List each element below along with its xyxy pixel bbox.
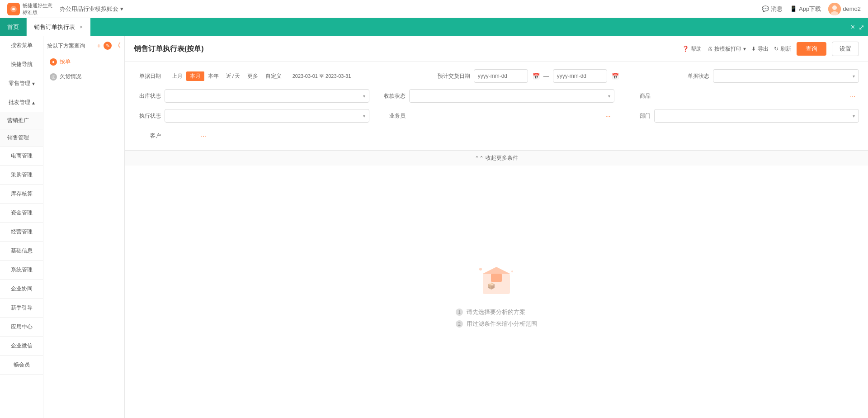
recent7-btn[interactable]: 近7天	[222, 71, 244, 81]
salesperson-dots[interactable]: ···	[605, 112, 611, 119]
sidebar-item-apps[interactable]: 应用中心	[0, 318, 43, 337]
refresh-button[interactable]: ↻ 刷新	[774, 45, 791, 53]
filter-panel: 按以下方案查询 + ✎ 《 ● 按单 ◎ 欠货情况	[43, 36, 125, 418]
more-btn[interactable]: 更多	[244, 71, 262, 81]
window-close-icon[interactable]: ×	[851, 23, 855, 31]
user-menu[interactable]: demo2	[828, 3, 861, 15]
app-download-button[interactable]: 📱 App下载	[790, 5, 821, 13]
expected-date-label: 预计交货日期	[438, 72, 470, 80]
export-icon: ⬇	[751, 46, 756, 52]
date-label: 单据日期	[134, 72, 161, 80]
department-arrow: ▾	[853, 114, 855, 119]
filter-edit-icon[interactable]: ✎	[104, 42, 112, 50]
sidebar-item-wechat[interactable]: 企业微信	[0, 337, 43, 356]
receipt-status-select[interactable]: ▾	[409, 89, 614, 103]
customer-select[interactable]: ···	[165, 129, 210, 142]
svg-rect-6	[491, 274, 502, 282]
customer-dots[interactable]: ···	[201, 132, 206, 139]
settings-button[interactable]: 设置	[832, 42, 859, 56]
logo-text: 畅捷通好生意 标准版	[23, 2, 52, 15]
sidebar-item-quick-nav[interactable]: 快捷导航	[0, 55, 43, 74]
sidebar-item-system[interactable]: 系统管理	[0, 261, 43, 280]
expected-date-end-input[interactable]	[553, 69, 607, 83]
query-button[interactable]: 查询	[797, 42, 826, 56]
this-year-btn[interactable]: 本年	[204, 71, 222, 81]
page-header: 销售订单执行表(按单) ❓ 帮助 🖨 按模板打印 ▾ ⬇ 导出	[125, 36, 868, 62]
goods-label: 商品	[623, 92, 651, 100]
svg-marker-5	[483, 267, 510, 274]
refresh-icon: ↻	[774, 46, 778, 52]
filter-collapse-icon[interactable]: 《	[114, 42, 121, 50]
sidebar-sub-sales[interactable]: 销售管理	[0, 129, 43, 147]
filter-group-goods: 商品 ···	[623, 89, 859, 103]
filter-add-icon[interactable]: +	[97, 42, 101, 49]
out-status-arrow: ▾	[363, 94, 365, 99]
sidebar-item-member[interactable]: 畅会员	[0, 356, 43, 375]
svg-point-7	[479, 268, 482, 271]
exec-status-select[interactable]: ▾	[165, 109, 369, 123]
help-button[interactable]: ❓ 帮助	[682, 45, 702, 53]
messages-button[interactable]: 💬 消息	[762, 5, 783, 13]
sidebar-item-ecommerce[interactable]: 电商管理	[0, 147, 43, 166]
date-separator: —	[543, 73, 549, 80]
logo-area[interactable]: 畅捷通好生意 标准版	[7, 2, 52, 15]
download-icon: 📱	[790, 5, 797, 12]
filter-option-shortage[interactable]: ◎ 欠货情况	[47, 69, 121, 84]
filter-group-customer: 客户 ···	[134, 129, 369, 142]
avatar	[828, 3, 841, 15]
goods-dots[interactable]: ···	[850, 92, 855, 100]
status-label: 单据状态	[682, 72, 709, 80]
sidebar-item-operations[interactable]: 经营管理	[0, 223, 43, 242]
calendar-end-icon[interactable]: 📅	[612, 73, 619, 80]
custom-btn[interactable]: 自定义	[262, 71, 285, 81]
this-month-btn[interactable]: 本月	[186, 71, 204, 81]
sidebar-item-wholesale[interactable]: 批发管理 ▴	[0, 93, 43, 112]
empty-illustration: 📦	[474, 256, 519, 301]
chevron-icon: ▾	[32, 81, 35, 87]
salesperson-select[interactable]: ···	[409, 109, 614, 123]
sidebar-item-guide[interactable]: 新手引导	[0, 299, 43, 318]
filter-group-receipt-status: 收款状态 ▾	[378, 89, 614, 103]
window-maximize-icon[interactable]: ⤢	[859, 23, 864, 32]
sidebar-item-purchase[interactable]: 采购管理	[0, 166, 43, 185]
expected-date-start-input[interactable]	[474, 69, 528, 83]
sidebar-group-wholesale: 批发管理 ▴ 营销推广 销售管理	[0, 93, 43, 147]
main-layout: 搜索菜单 快捷导航 零售管理 ▾ 批发管理 ▴ 营销推广 销售管理 电商管理	[0, 36, 868, 418]
logo-icon	[7, 3, 20, 15]
sidebar-sub-marketing[interactable]: 营销推广	[0, 112, 43, 129]
sidebar-item-finance[interactable]: 资金管理	[0, 204, 43, 223]
tab-close-icon[interactable]: ×	[80, 24, 83, 30]
out-status-select[interactable]: ▾	[165, 89, 369, 103]
print-button[interactable]: 🖨 按模板打印 ▾	[707, 45, 746, 53]
goods-select[interactable]: ···	[654, 89, 859, 103]
sidebar-item-inventory[interactable]: 库存核算	[0, 185, 43, 204]
sidebar-item-base[interactable]: 基础信息	[0, 242, 43, 261]
top-bar: 畅捷通好生意 标准版 办公用品行业模拟账套 ▾ 💬 消息 📱 App下载	[0, 0, 868, 18]
filter-shortage-dot: ◎	[50, 73, 57, 81]
out-status-label: 出库状态	[134, 92, 161, 100]
exec-status-label: 执行状态	[134, 112, 161, 120]
tab-active[interactable]: 销售订单执行表 ×	[27, 18, 90, 36]
help-icon: ❓	[682, 46, 689, 52]
tab-home[interactable]: 首页	[0, 18, 27, 36]
filter-option-by-order[interactable]: ● 按单	[47, 54, 121, 69]
export-button[interactable]: ⬇ 导出	[751, 45, 769, 53]
last-month-btn[interactable]: 上月	[168, 71, 186, 81]
sidebar-item-retail[interactable]: 零售管理 ▾	[0, 74, 43, 93]
sidebar-item-enterprise[interactable]: 企业协同	[0, 280, 43, 299]
customer-label: 客户	[134, 132, 161, 140]
sidebar-item-search[interactable]: 搜索菜单	[0, 36, 43, 55]
sidebar: 搜索菜单 快捷导航 零售管理 ▾ 批发管理 ▴ 营销推广 销售管理 电商管理	[0, 36, 43, 418]
department-select[interactable]: ▾	[654, 109, 859, 123]
page-content: 销售订单执行表(按单) ❓ 帮助 🖨 按模板打印 ▾ ⬇ 导出	[125, 36, 868, 418]
tab-bar: 首页 销售订单执行表 × × ⤢	[0, 18, 868, 36]
collapse-more-button[interactable]: ⌃⌃ 收起更多条件	[475, 154, 518, 162]
empty-hint-2: 2 用过滤条件来缩小分析范围	[456, 320, 537, 328]
calendar-start-icon[interactable]: 📅	[533, 73, 540, 80]
status-select-arrow: ▾	[853, 74, 855, 79]
account-dropdown[interactable]: 办公用品行业模拟账套 ▾	[56, 5, 127, 13]
top-bar-left: 畅捷通好生意 标准版 办公用品行业模拟账套 ▾	[7, 2, 127, 15]
filter-row-4: 客户 ···	[134, 129, 859, 142]
status-select[interactable]: ▾	[713, 69, 859, 83]
svg-text:📦: 📦	[487, 282, 495, 290]
